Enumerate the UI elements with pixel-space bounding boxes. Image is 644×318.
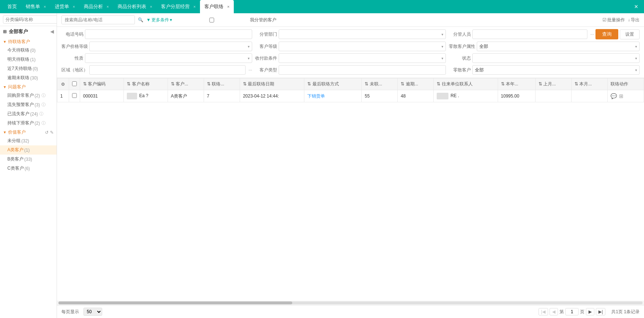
close-purchase-icon[interactable]: ×: [73, 4, 75, 9]
sidebar-item-churned[interactable]: 已流失客户 (24) ⓘ: [0, 109, 57, 119]
filter-customer-type: 客户类型: [255, 65, 446, 75]
main-layout: 🔍 ⊞ 全部客户 ◀ ▼ 待联络客户 今天待联络 (0) 明天待联络 (1) 近…: [0, 13, 644, 318]
dept-select[interactable]: ▾: [279, 29, 446, 39]
sidebar-collapse-icon[interactable]: ◀: [50, 29, 54, 34]
edit-icon[interactable]: ✎: [50, 130, 54, 135]
refresh-icon[interactable]: ↺: [45, 130, 49, 135]
settings-button[interactable]: 设置: [620, 29, 640, 39]
page-number-input[interactable]: [565, 308, 579, 315]
select-all-checkbox[interactable]: [72, 81, 77, 86]
th-code: ⇅ 客户编码: [80, 78, 124, 90]
info-icon-3: ⓘ: [39, 111, 43, 117]
sidebar-item-overdue[interactable]: 逾期未联络 (30): [0, 73, 57, 82]
region-dots-icon[interactable]: ···: [248, 67, 252, 73]
page-size-select[interactable]: 50 10 20 100: [83, 308, 102, 316]
sort-method-icon[interactable]: ⇅: [307, 81, 311, 86]
close-sales-icon[interactable]: ×: [44, 4, 46, 9]
grid-action-icon[interactable]: ⊞: [619, 93, 623, 99]
th-gear[interactable]: ⚙: [57, 78, 69, 90]
close-customer-contact-icon[interactable]: ×: [227, 4, 229, 9]
sidebar-item-churn-warning[interactable]: 流失预警客户 (3) ⓘ: [0, 100, 57, 109]
class-c-label: C类客户: [7, 165, 24, 172]
customer-level-chevron-icon: ▾: [441, 45, 443, 49]
sidebar-item-class-c[interactable]: C类客户 (6): [0, 164, 57, 173]
sidebar-all-customers[interactable]: ⊞ 全部客户 ◀: [0, 26, 57, 37]
manager-input[interactable]: [472, 29, 587, 39]
th-last-month: ⇅ 上月...: [535, 78, 571, 90]
sort-lm-icon[interactable]: ⇅: [539, 81, 542, 86]
sidebar-item-ungrouped[interactable]: 未分组 (32): [0, 136, 57, 145]
region-input[interactable]: [89, 65, 246, 75]
th-type: ⇅ 客户...: [168, 78, 204, 90]
th-contact-person: ⇅ 往来单位联系人: [434, 78, 498, 90]
sort-name-icon[interactable]: ⇅: [127, 81, 130, 86]
status-chevron-icon: ▾: [635, 56, 637, 60]
customer-type-input[interactable]: [279, 65, 446, 75]
sort-icon[interactable]: ⇅: [83, 81, 87, 86]
retail-attr-value: 全部: [479, 43, 488, 50]
status-select[interactable]: ▾: [472, 53, 640, 63]
customer-level-select[interactable]: ▾: [279, 42, 446, 51]
row-checkbox[interactable]: [72, 93, 77, 98]
sort-contact-icon[interactable]: ⇅: [207, 81, 211, 86]
close-product-analysis-icon[interactable]: ×: [107, 4, 109, 9]
cell-overdue: 48: [398, 90, 434, 102]
nav-product-analysis-list[interactable]: 商品分析列表 ×: [113, 0, 157, 13]
sidebar-item-repurchase-abnormal[interactable]: 回购异常客户 (2) ⓘ: [0, 91, 57, 100]
sidebar-item-today[interactable]: 今天待联络 (0): [0, 46, 57, 55]
sort-type-icon[interactable]: ⇅: [171, 81, 175, 86]
nature-select[interactable]: ▾: [85, 53, 252, 63]
chat-action-icon[interactable]: 💬: [611, 93, 617, 99]
nav-customer-tier[interactable]: 客户分层经营 ×: [157, 0, 200, 13]
price-level-select[interactable]: ▾: [89, 42, 252, 51]
nav-purchase[interactable]: 进货单 ×: [50, 0, 79, 13]
export-button[interactable]: ↓ 导出: [628, 17, 640, 23]
search-button[interactable]: 🔍: [138, 17, 143, 22]
retail-attr-label: 零散客户属性: [449, 43, 475, 50]
th-contact: ⇅ 联络...: [204, 78, 240, 90]
filter-status: 状态 ▾: [449, 53, 640, 63]
sort-overdue-icon[interactable]: ⇅: [401, 81, 404, 86]
th-check[interactable]: [69, 78, 80, 90]
sort-date-icon[interactable]: ⇅: [243, 81, 247, 86]
cell-check[interactable]: [69, 90, 80, 102]
sidebar-item-declining[interactable]: 持续下滑客户 (2) ⓘ: [0, 119, 57, 128]
payment-select[interactable]: ▾: [279, 53, 446, 63]
horizontal-scrollbar[interactable]: [57, 301, 644, 305]
first-page-button[interactable]: |◀: [539, 308, 548, 315]
close-customer-tier-icon[interactable]: ×: [193, 4, 196, 9]
phone-input[interactable]: [85, 29, 252, 39]
query-button[interactable]: 查询: [595, 29, 618, 39]
sidebar-item-7days[interactable]: 近7天待联络 (0): [0, 64, 57, 73]
my-customers-checkbox[interactable]: [175, 18, 248, 22]
retail-attr-select[interactable]: 全部 ▾: [477, 42, 640, 51]
scrollbar-thumb[interactable]: [58, 301, 292, 304]
sidebar-item-tomorrow[interactable]: 明天待联络 (1): [0, 55, 57, 64]
more-filter-button[interactable]: ▼ 更多条件 ▾: [146, 17, 172, 23]
prev-page-button[interactable]: ◀: [550, 308, 558, 315]
sidebar-item-class-b[interactable]: B类客户 (33): [0, 155, 57, 164]
last-page-button[interactable]: ▶|: [596, 308, 605, 315]
search-input[interactable]: [61, 15, 135, 24]
sort-not-contact-icon[interactable]: ⇅: [365, 81, 368, 86]
retail-customer-select[interactable]: 全部 ▾: [472, 65, 640, 75]
sort-ty-icon[interactable]: ⇅: [501, 81, 505, 86]
close-product-analysis-list-icon[interactable]: ×: [150, 4, 152, 9]
cell-this-year: 10995.00: [498, 90, 535, 102]
retail-customer-chevron-icon: ▾: [635, 68, 637, 72]
nav-customer-contact[interactable]: 客户联络 ×: [200, 0, 234, 13]
sidebar-search-input[interactable]: [3, 15, 57, 24]
sort-cp-icon[interactable]: ⇅: [437, 81, 440, 86]
nav-home[interactable]: 首页: [3, 0, 21, 13]
manager-dots-icon[interactable]: ···: [590, 32, 594, 37]
next-page-button[interactable]: ▶: [586, 308, 594, 315]
batch-ops-button[interactable]: ☑ 批量操作: [602, 17, 625, 23]
filter-price-level: 客户价格等级 ▾: [61, 42, 252, 51]
nav-sales[interactable]: 销售单 ×: [21, 0, 50, 13]
sort-tm-icon[interactable]: ⇅: [575, 81, 578, 86]
last-method-link[interactable]: 下销货单: [307, 93, 325, 99]
nav-product-analysis[interactable]: 商品分析 ×: [79, 0, 113, 13]
close-all-icon[interactable]: ×: [631, 3, 641, 11]
sidebar-item-class-a[interactable]: A类客户 (1): [0, 145, 57, 155]
my-customers-checkbox-label[interactable]: 我分管的客户: [175, 17, 276, 23]
